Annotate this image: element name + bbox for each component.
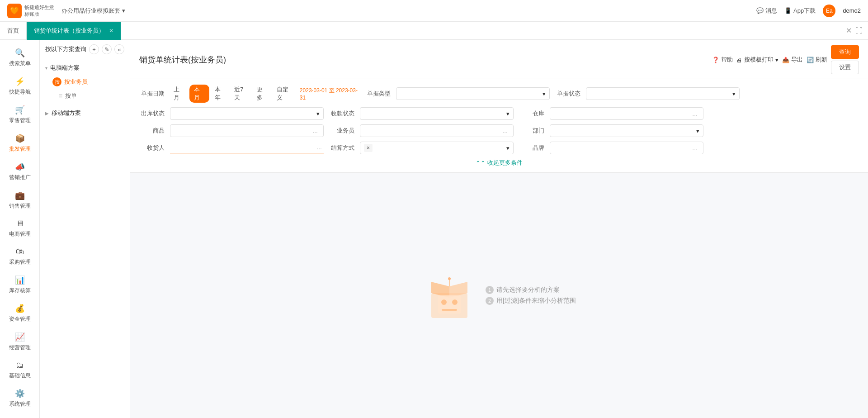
help-action[interactable]: ❓ 帮助 xyxy=(712,56,733,64)
sidebar-item-system[interactable]: ⚙️ 系统管理 xyxy=(0,384,39,413)
hint-num-1: 1 xyxy=(486,286,494,294)
sidebar-item-sales[interactable]: 💼 销售管理 xyxy=(0,186,39,214)
sidebar-item-inventory[interactable]: 📊 库存核算 xyxy=(0,271,39,299)
sidebar-item-retail[interactable]: 🛒 零售管理 xyxy=(0,100,39,129)
sidebar-item-business[interactable]: 📈 经营管理 xyxy=(0,328,39,356)
collapse-button[interactable]: ⌃⌃ 收起更多条件 xyxy=(476,159,523,167)
svg-point-3 xyxy=(452,299,458,305)
avatar[interactable]: Ea xyxy=(823,5,835,17)
window-maximize-icon[interactable]: ⛶ xyxy=(855,27,863,35)
scheme-add-button[interactable]: + xyxy=(89,44,99,54)
settlement-select[interactable]: × ▾ xyxy=(360,142,514,154)
doc-type-label: 单据类型 xyxy=(365,90,391,98)
out-status-label: 出库状态 xyxy=(139,109,165,118)
sidebar-item-basic[interactable]: 🗂 基础信息 xyxy=(0,356,39,384)
search-icon: 🔍 xyxy=(15,48,25,58)
date-btn-lastmonth[interactable]: 上月 xyxy=(170,85,188,103)
window-close-icon[interactable]: ✕ xyxy=(846,26,852,35)
sidebar-item-finance[interactable]: 💰 资金管理 xyxy=(0,299,39,328)
tab-home[interactable]: 首页 xyxy=(0,22,27,40)
warehouse-select[interactable]: ... xyxy=(550,107,703,120)
order-icon: ≡ xyxy=(59,92,62,100)
doc-status-select[interactable]: ▾ xyxy=(586,87,740,100)
consignee-label: 收货人 xyxy=(139,144,165,152)
brand-dots[interactable]: ... xyxy=(690,144,699,152)
date-btn-thisyear[interactable]: 本年 xyxy=(211,85,229,103)
page-title: 销货单统计表(按业务员) xyxy=(139,54,226,65)
filter-row-4: 收货人 ... 结算方式 × ▾ 品牌 ... xyxy=(139,142,859,154)
print-action[interactable]: 🖨 按模板打印 ▾ xyxy=(736,56,778,64)
date-btn-more[interactable]: 更多 xyxy=(253,85,271,103)
empty-content: 1 请先选择要分析的方案 2 用[过滤]条件来缩小分析范围 xyxy=(422,275,576,316)
tab-close-icon[interactable]: ✕ xyxy=(109,28,113,34)
sidebar-item-wholesale[interactable]: 📦 批发管理 xyxy=(0,129,39,157)
settings-button[interactable]: 设置 xyxy=(831,61,859,74)
tab-bar: 首页 销货单统计表（按业务员） ✕ ✕ ⛶ xyxy=(0,22,868,40)
scheme-group-pc-header[interactable]: ▾ 电脑端方案 xyxy=(40,61,130,75)
sidebar-item-ecommerce[interactable]: 🖥 电商管理 xyxy=(0,214,39,242)
scheme-panel: 按以下方案查询 + ✎ « ▾ 电脑端方案 按 按业务员 ≡ 按单 xyxy=(40,40,130,418)
scheme-sub-order[interactable]: ≡ 按单 xyxy=(40,89,130,103)
goods-select[interactable]: ... xyxy=(170,124,324,137)
settlement-tag: × xyxy=(364,144,373,152)
retail-icon: 🛒 xyxy=(15,105,25,115)
export-action[interactable]: 📤 导出 xyxy=(782,56,803,64)
consignee-input[interactable] xyxy=(170,142,324,153)
scheme-collapse-button[interactable]: « xyxy=(114,44,124,54)
scheme-panel-title: 按以下方案查询 xyxy=(45,45,86,53)
inventory-icon: 📊 xyxy=(15,275,25,285)
message-action[interactable]: 💬 消息 xyxy=(756,7,777,15)
warehouse-dots[interactable]: ... xyxy=(690,110,699,117)
scheme-sub-salesperson[interactable]: 按 按业务员 xyxy=(40,75,130,89)
main-content: 销货单统计表(按业务员) ❓ 帮助 🖨 按模板打印 ▾ 📤 xyxy=(130,40,868,418)
department-select[interactable]: ▾ xyxy=(550,124,703,137)
salesperson-dots[interactable]: ... xyxy=(500,127,509,134)
out-status-select[interactable]: ▾ xyxy=(170,107,324,120)
brand-select[interactable]: ... xyxy=(550,142,703,154)
sidebar-item-quicknav[interactable]: ⚡ 快捷导航 xyxy=(0,72,39,100)
filter-row-1: 单据日期 上月 本月 本年 近7天 更多 自定义 2023-03-01 至 20… xyxy=(139,85,859,103)
date-filters: 上月 本月 本年 近7天 更多 自定义 xyxy=(170,85,296,103)
empty-hints: 1 请先选择要分析的方案 2 用[过滤]条件来缩小分析范围 xyxy=(486,286,576,305)
scheme-edit-button[interactable]: ✎ xyxy=(102,44,112,54)
scheme-group-mobile-header[interactable]: ▶ 移动端方案 xyxy=(40,106,130,120)
scheme-group-pc: ▾ 电脑端方案 按 按业务员 ≡ 按单 xyxy=(40,59,130,104)
wholesale-icon: 📦 xyxy=(15,133,25,143)
scheme-group-mobile: ▶ 移动端方案 xyxy=(40,104,130,122)
collect-status-label: 收款状态 xyxy=(329,109,354,118)
query-button[interactable]: 查询 xyxy=(831,45,859,59)
content-area: 按以下方案查询 + ✎ « ▾ 电脑端方案 按 按业务员 ≡ 按单 xyxy=(40,40,868,418)
chevron-right-icon: ▶ xyxy=(45,111,49,116)
filter-row-2: 出库状态 ▾ 收款状态 ▾ 仓库 ... xyxy=(139,107,859,120)
doc-type-select[interactable]: ▾ xyxy=(396,87,550,100)
date-btn-custom[interactable]: 自定义 xyxy=(273,85,296,103)
sidebar-item-search[interactable]: 🔍 搜索菜单 xyxy=(0,43,39,72)
refresh-icon: 🔄 xyxy=(807,57,814,63)
settlement-label: 结算方式 xyxy=(329,144,354,152)
consignee-dots[interactable]: ... xyxy=(315,143,324,151)
tab-sales-stats[interactable]: 销货单统计表（按业务员） ✕ xyxy=(27,22,121,40)
app-download-action[interactable]: 📱 App下载 xyxy=(784,7,816,15)
goods-dots[interactable]: ... xyxy=(311,127,320,134)
empty-illustration xyxy=(422,275,467,316)
salesperson-select[interactable]: ... xyxy=(360,124,514,137)
collect-status-select[interactable]: ▾ xyxy=(360,107,514,120)
date-btn-thismonth[interactable]: 本月 xyxy=(189,85,209,103)
refresh-action[interactable]: 🔄 刷新 xyxy=(807,56,827,64)
salesperson-label: 业务员 xyxy=(329,127,354,135)
chevron-down-icon: ▾ xyxy=(506,145,509,152)
date-btn-last7[interactable]: 近7天 xyxy=(231,85,251,103)
collapse-icon: ⌃⌃ xyxy=(476,160,486,166)
svg-point-6 xyxy=(448,277,451,280)
chevron-down-icon: ▾ xyxy=(732,90,736,97)
workspace-dropdown[interactable]: 办公用品行业模拟账套 ▾ xyxy=(58,5,129,17)
chevron-down-icon: ▾ xyxy=(316,110,320,117)
sidebar-item-marketing[interactable]: 📣 营销推广 xyxy=(0,157,39,186)
sidebar-item-purchase[interactable]: 🛍 采购管理 xyxy=(0,242,39,271)
settlement-tag-close[interactable]: × xyxy=(367,145,370,151)
logo-area: 🧡 畅捷通好生意 标账版 xyxy=(7,4,54,18)
hint-num-2: 2 xyxy=(486,297,494,305)
tab-expand-area: ✕ ⛶ xyxy=(840,26,868,35)
sidebar-item-enterprise[interactable]: 🤝 企业协同 xyxy=(0,413,39,418)
filter-area: 单据日期 上月 本月 本年 近7天 更多 自定义 2023-03-01 至 20… xyxy=(130,79,868,173)
